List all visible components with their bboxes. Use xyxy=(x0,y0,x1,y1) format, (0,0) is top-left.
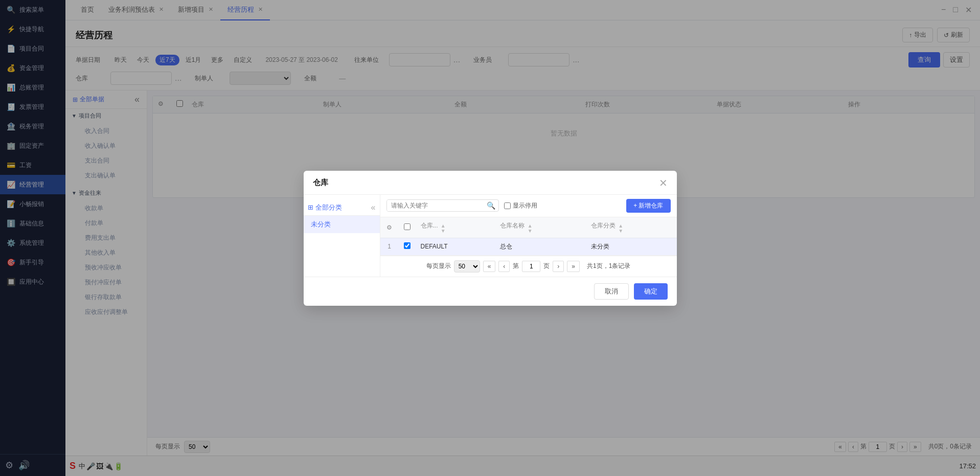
modal-footer: 取消 确定 xyxy=(304,277,677,306)
row-name: 总仓 xyxy=(495,238,586,255)
modal-main-content: 🔍 显示停用 + 新增仓库 ⚙ xyxy=(380,195,677,277)
confirm-button[interactable]: 确定 xyxy=(634,283,668,300)
collapse-icon: « xyxy=(371,203,376,212)
row-checkbox[interactable] xyxy=(399,238,416,255)
modal-table-header-row: ⚙ 仓库... ▲▼ 仓库名称 ▲▼ xyxy=(380,217,677,238)
category-sort-icon: ▲▼ xyxy=(618,223,623,234)
modal-pagination: 每页显示 50 100 « ‹ 第 页 › » 共1页，1条记录 xyxy=(380,256,677,277)
th-checkbox xyxy=(399,217,416,238)
grid-icon-modal: ⊞ xyxy=(308,203,313,211)
modal-body: ⊞ 全部分类 « 未分类 🔍 xyxy=(304,195,677,277)
modal-next-page-btn[interactable]: › xyxy=(553,261,564,272)
modal-search-input[interactable] xyxy=(387,200,484,211)
modal-overlay[interactable]: 仓库 ✕ ⊞ 全部分类 « 未分类 xyxy=(0,0,980,476)
modal-table-wrap: ⚙ 仓库... ▲▼ 仓库名称 ▲▼ xyxy=(380,217,677,256)
modal-table-head: ⚙ 仓库... ▲▼ 仓库名称 ▲▼ xyxy=(380,217,677,238)
modal-first-page-btn[interactable]: « xyxy=(483,261,496,272)
modal-sidebar-collapse-btn[interactable]: ⊞ 全部分类 « xyxy=(304,200,380,216)
modal-last-page-btn[interactable]: » xyxy=(567,261,580,272)
add-warehouse-button[interactable]: + 新增仓库 xyxy=(626,199,670,213)
modal-header: 仓库 ✕ xyxy=(304,171,677,195)
modal-page-suffix: 页 xyxy=(543,262,550,270)
modal-toolbar: 🔍 显示停用 + 新增仓库 xyxy=(380,195,677,217)
modal-table: ⚙ 仓库... ▲▼ 仓库名称 ▲▼ xyxy=(380,217,677,256)
modal-table-body: 1 DEFAULT 总仓 未分类 xyxy=(380,238,677,255)
modal-prev-page-btn[interactable]: ‹ xyxy=(498,261,510,272)
code-sort-icon: ▲▼ xyxy=(441,223,446,234)
modal-search-icon[interactable]: 🔍 xyxy=(484,201,498,210)
show-disabled-label[interactable]: 显示停用 xyxy=(504,201,537,210)
warehouse-modal: 仓库 ✕ ⊞ 全部分类 « 未分类 xyxy=(304,171,677,306)
th-category[interactable]: 仓库分类 ▲▼ xyxy=(586,217,677,238)
row-num: 1 xyxy=(380,238,399,255)
modal-total-info: 共1页，1条记录 xyxy=(587,262,630,270)
modal-per-page-select[interactable]: 50 100 xyxy=(454,260,480,273)
sidebar-all-label: ⊞ 全部分类 xyxy=(308,203,371,212)
modal-sidebar: ⊞ 全部分类 « 未分类 xyxy=(304,195,380,277)
row-code: DEFAULT xyxy=(416,238,495,255)
modal-per-page-label: 每页显示 xyxy=(426,262,451,270)
modal-title: 仓库 xyxy=(313,178,328,188)
modal-select-all-checkbox[interactable] xyxy=(404,223,411,230)
th-code[interactable]: 仓库... ▲▼ xyxy=(416,217,495,238)
th-settings[interactable]: ⚙ xyxy=(380,217,399,238)
show-disabled-checkbox[interactable] xyxy=(504,202,511,209)
cancel-button[interactable]: 取消 xyxy=(594,283,629,300)
row-select-checkbox[interactable] xyxy=(404,242,411,249)
modal-search-wrap: 🔍 xyxy=(386,199,499,212)
modal-close-button[interactable]: ✕ xyxy=(659,178,668,188)
row-category: 未分类 xyxy=(586,238,677,255)
name-sort-icon: ▲▼ xyxy=(528,223,533,234)
modal-page-label: 第 xyxy=(513,262,519,270)
modal-unclassified-item[interactable]: 未分类 xyxy=(304,216,380,233)
table-row[interactable]: 1 DEFAULT 总仓 未分类 xyxy=(380,238,677,255)
th-name[interactable]: 仓库名称 ▲▼ xyxy=(495,217,586,238)
modal-page-input[interactable] xyxy=(522,261,540,272)
